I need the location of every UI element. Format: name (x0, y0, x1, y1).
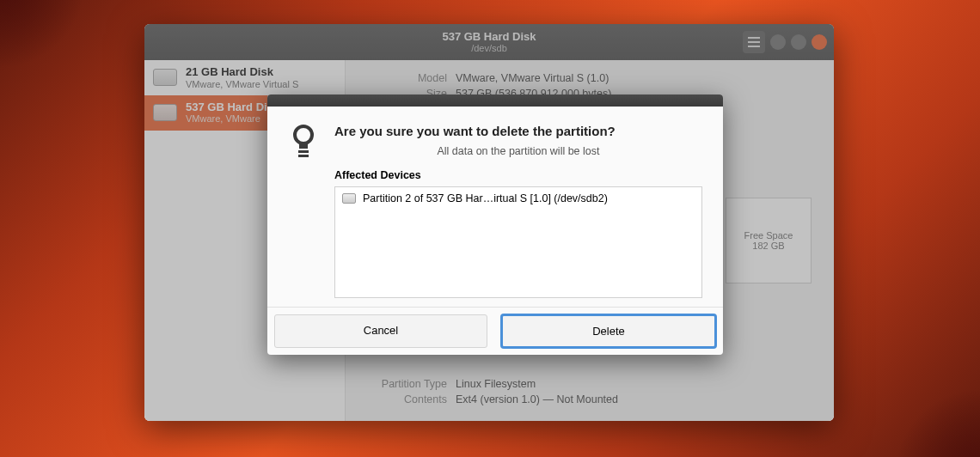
delete-button[interactable]: Delete (501, 314, 716, 348)
affected-devices-list[interactable]: Partition 2 of 537 GB Har…irtual S [1.0]… (334, 186, 702, 298)
affected-devices-label: Affected Devices (334, 169, 702, 181)
dialog-heading: Are you sure you want to delete the part… (334, 124, 702, 138)
hard-disk-icon (342, 193, 356, 204)
affected-device-text: Partition 2 of 537 GB Har…irtual S [1.0]… (363, 192, 608, 204)
dialog-subtext: All data on the partition will be lost (334, 145, 702, 157)
delete-partition-dialog: Are you sure you want to delete the part… (267, 94, 723, 355)
svg-rect-3 (298, 155, 309, 157)
cancel-button[interactable]: Cancel (274, 314, 487, 348)
svg-point-0 (295, 126, 312, 143)
dialog-titlebar (267, 94, 723, 107)
lightbulb-icon (288, 124, 319, 298)
svg-rect-2 (298, 150, 309, 153)
svg-rect-1 (299, 144, 308, 149)
affected-device-row[interactable]: Partition 2 of 537 GB Har…irtual S [1.0]… (342, 192, 695, 204)
